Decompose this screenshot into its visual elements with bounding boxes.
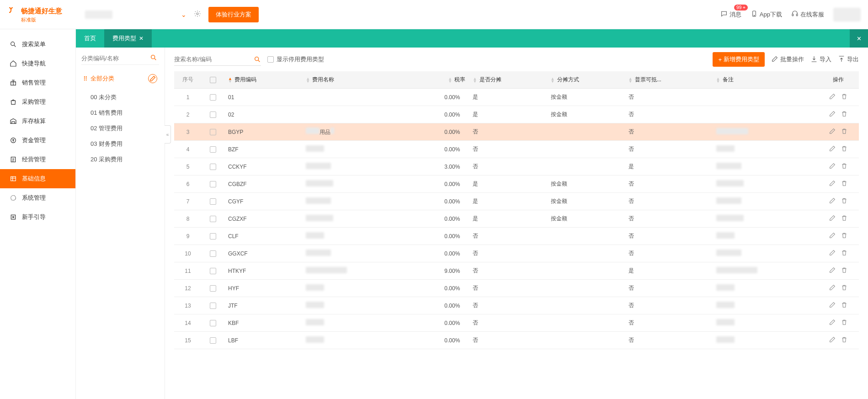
row-edit-icon[interactable] [829,145,836,154]
export-button[interactable]: 导出 [838,55,859,64]
tab-home[interactable]: 首页 [76,29,104,48]
row-edit-icon[interactable] [829,336,836,345]
th-rate[interactable]: ▲▼ 税率 [408,71,469,89]
tab-expense-type[interactable]: 费用类型 ✕ [104,29,152,48]
settings-icon[interactable] [194,10,201,19]
row-edit-icon[interactable] [829,128,836,136]
tabbar-close-all-icon[interactable]: ✕ [850,29,868,48]
row-edit-icon[interactable] [829,180,836,188]
tab-close-icon[interactable]: ✕ [139,35,144,42]
show-disabled-checkbox[interactable]: 显示停用费用类型 [267,55,324,64]
row-delete-icon[interactable] [841,336,848,345]
row-checkbox[interactable] [202,141,224,158]
search-icon[interactable] [254,56,261,64]
add-expense-type-button[interactable]: + 新增费用类型 [713,52,765,67]
th-name[interactable]: ▲▼ 费用名称 [302,71,407,89]
row-edit-icon[interactable] [829,110,836,119]
row-delete-icon[interactable] [841,180,848,188]
row-delete-icon[interactable] [841,266,848,275]
th-deductible[interactable]: ▲▼ 普票可抵... [625,71,713,89]
logo: 畅捷通好生意 标准版 [7,5,76,23]
row-edit-icon[interactable] [829,266,836,275]
sidebar-item-7[interactable]: 基础信息 [0,169,75,188]
row-edit-icon[interactable] [829,232,836,240]
row-checkbox[interactable] [202,314,224,332]
online-service-link[interactable]: 在线客服 [791,10,824,19]
sidebar-item-0[interactable]: 搜索菜单 [0,35,75,54]
cell-deductible: 否 [625,228,713,245]
category-item-0[interactable]: 00 未分类 [76,90,165,105]
row-edit-icon[interactable] [829,197,836,206]
category-edit-icon[interactable] [148,74,157,83]
row-checkbox[interactable] [202,106,224,123]
sidebar-item-6[interactable]: 经营管理 [0,150,75,169]
sidebar-item-label: 经营管理 [22,155,46,164]
collapse-handle-icon[interactable]: « [165,125,171,144]
tenant-selector[interactable] [85,11,112,19]
row-checkbox[interactable] [202,262,224,280]
sidebar-item-1[interactable]: 快捷导航 [0,54,75,73]
category-item-1[interactable]: 01 销售费用 [76,105,165,121]
row-delete-icon[interactable] [841,110,848,119]
row-checkbox[interactable] [202,210,224,228]
batch-operate-button[interactable]: 批量操作 [771,55,804,64]
row-checkbox[interactable] [202,280,224,297]
sidebar-item-4[interactable]: 库存核算 [0,112,75,131]
app-download-link[interactable]: App下载 [751,10,782,19]
row-delete-icon[interactable] [841,232,848,240]
table-search-input[interactable] [174,53,261,66]
sidebar-item-label: 系统管理 [22,194,46,202]
row-delete-icon[interactable] [841,249,848,258]
row-checkbox[interactable] [202,123,224,141]
cell-apportion: 否 [469,332,547,349]
row-delete-icon[interactable] [841,301,848,310]
search-icon[interactable] [150,54,157,63]
tenant-dropdown-icon[interactable]: ⌄ [181,11,186,18]
row-edit-icon[interactable] [829,162,836,171]
user-avatar[interactable] [833,8,861,21]
th-code[interactable]: ▲▼ 费用编码 [224,71,302,89]
category-item-4[interactable]: 20 采购费用 [76,152,165,167]
row-checkbox[interactable] [202,89,224,106]
row-delete-icon[interactable] [841,319,848,327]
row-checkbox[interactable] [202,228,224,245]
row-delete-icon[interactable] [841,284,848,293]
row-edit-icon[interactable] [829,284,836,293]
row-edit-icon[interactable] [829,93,836,101]
th-method[interactable]: ▲▼ 分摊方式 [547,71,625,89]
category-search-input[interactable] [81,52,159,65]
row-edit-icon[interactable] [829,214,836,223]
category-all[interactable]: ⠿ 全部分类 [83,74,114,83]
row-checkbox[interactable] [202,193,224,210]
row-delete-icon[interactable] [841,128,848,136]
row-edit-icon[interactable] [829,319,836,327]
row-delete-icon[interactable] [841,93,848,101]
row-delete-icon[interactable] [841,197,848,206]
th-apportion[interactable]: ▲▼ 是否分摊 [469,71,547,89]
sidebar-item-5[interactable]: 资金管理 [0,131,75,150]
row-checkbox[interactable] [202,297,224,314]
th-index[interactable]: 序号 [174,71,202,89]
th-note[interactable]: ▲▼ 备注 [713,71,818,89]
row-delete-icon[interactable] [841,162,848,171]
import-button[interactable]: 导入 [810,55,831,64]
row-checkbox[interactable] [202,245,224,262]
row-checkbox[interactable] [202,176,224,193]
message-link[interactable]: 消息 99 + [720,10,741,19]
row-delete-icon[interactable] [841,145,848,154]
sidebar-item-3[interactable]: 采购管理 [0,92,75,112]
row-checkbox[interactable] [202,158,224,176]
category-item-3[interactable]: 03 财务费用 [76,136,165,152]
row-edit-icon[interactable] [829,301,836,310]
sidebar-item-8[interactable]: 系统管理 [0,188,75,207]
sidebar-item-9[interactable]: 新手引导 [0,207,75,227]
category-item-2[interactable]: 02 管理费用 [76,121,165,136]
experience-button[interactable]: 体验行业方案 [208,7,259,22]
cell-name [302,228,407,245]
th-select-all[interactable] [202,71,224,89]
row-checkbox[interactable] [202,332,224,349]
row-edit-icon[interactable] [829,249,836,258]
row-delete-icon[interactable] [841,214,848,223]
sidebar-item-2[interactable]: 销售管理 [0,73,75,92]
tenant-name-redacted [85,11,112,19]
